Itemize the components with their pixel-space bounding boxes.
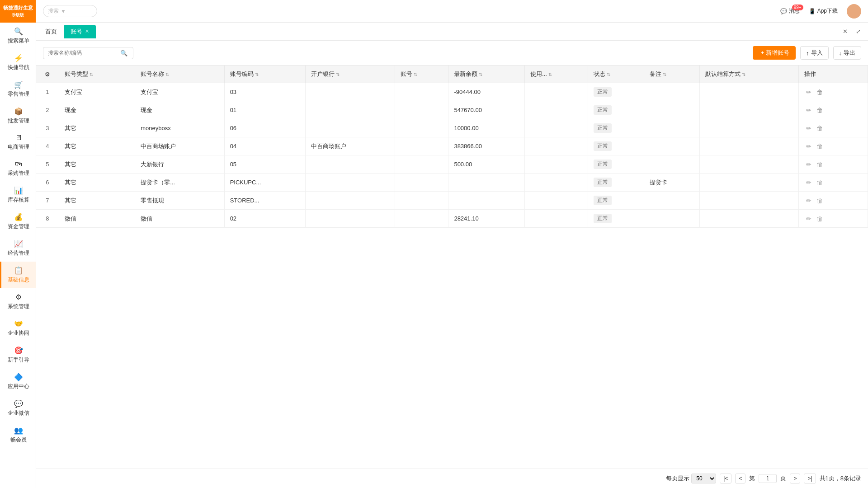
sidebar-item-10[interactable]: ⚙系统管理	[0, 288, 36, 315]
delete-button[interactable]: 🗑	[815, 88, 825, 97]
row-remark: 提货卡	[644, 174, 700, 192]
sidebar-item-12[interactable]: 🎯新手引导	[0, 342, 36, 368]
tab-expand-button[interactable]: ⤢	[853, 26, 863, 37]
col-balance[interactable]: 最新余额⇅	[448, 66, 525, 83]
sort-bank-icon: ⇅	[336, 72, 340, 77]
sidebar-item-8[interactable]: 📈经营管理	[0, 235, 36, 262]
page-label: 第	[749, 474, 755, 483]
col-status[interactable]: 状态⇅	[588, 66, 644, 83]
col-code[interactable]: 账号编码⇅	[224, 66, 305, 83]
row-use	[525, 83, 588, 101]
col-use[interactable]: 使用...⇅	[525, 66, 588, 83]
delete-button[interactable]: 🗑	[815, 142, 825, 151]
edit-button[interactable]: ✏	[804, 214, 813, 223]
col-name[interactable]: 账号名称⇅	[135, 66, 224, 83]
sidebar-label-4: 电商管理	[8, 144, 29, 150]
sidebar-item-9[interactable]: 📋基础信息	[0, 262, 36, 288]
col-bank[interactable]: 开户银行⇅	[306, 66, 395, 83]
row-bank	[306, 83, 395, 101]
sidebar-label-2: 零售管理	[8, 91, 29, 97]
table-row: 2 现金 现金 01 547670.00 正常 ✏ 🗑	[36, 101, 868, 119]
sidebar-item-6[interactable]: 📊库存核算	[0, 182, 36, 208]
col-gear[interactable]: ⚙	[36, 66, 59, 83]
message-button[interactable]: 💬 消息 99+	[780, 7, 800, 15]
status-badge: 正常	[594, 196, 612, 205]
tab-close-1[interactable]: ✕	[85, 28, 89, 34]
row-use	[525, 119, 588, 137]
tab-1[interactable]: 账号✕	[64, 25, 96, 38]
sidebar-item-2[interactable]: 🛒零售管理	[0, 76, 36, 103]
sidebar-item-1[interactable]: ⚡快捷导航	[0, 49, 36, 76]
tab-close-button[interactable]: ✕	[840, 26, 850, 37]
row-account	[395, 210, 448, 228]
sidebar-item-0[interactable]: 🔍搜索菜单	[0, 23, 36, 49]
edit-button[interactable]: ✏	[804, 124, 813, 133]
sidebar-item-11[interactable]: 🤝企业协同	[0, 315, 36, 342]
page-input[interactable]	[759, 474, 777, 483]
avatar[interactable]	[847, 4, 861, 19]
row-default-pay	[700, 119, 799, 137]
sidebar-item-4[interactable]: 🖥电商管理	[0, 129, 36, 155]
sidebar-icon-1: ⚡	[4, 54, 33, 62]
add-account-button[interactable]: + 新增账号	[753, 46, 796, 60]
row-bank	[306, 210, 395, 228]
sort-type-icon: ⇅	[90, 72, 93, 77]
delete-button[interactable]: 🗑	[815, 160, 825, 169]
delete-button[interactable]: 🗑	[815, 124, 825, 133]
page-next-button[interactable]: >	[790, 474, 800, 483]
delete-button[interactable]: 🗑	[815, 214, 825, 223]
edit-button[interactable]: ✏	[804, 160, 813, 169]
row-remark	[644, 137, 700, 155]
sort-name-icon: ⇅	[165, 72, 169, 77]
logo: 畅捷通好生意乐版版	[0, 0, 36, 23]
edit-button[interactable]: ✏	[804, 106, 813, 115]
app-download-label: App下载	[817, 7, 838, 15]
tab-0[interactable]: 首页	[38, 25, 64, 38]
edit-button[interactable]: ✏	[804, 88, 813, 97]
delete-button[interactable]: 🗑	[815, 106, 825, 115]
row-code: 04	[224, 137, 305, 155]
export-button[interactable]: ↓ 导出	[833, 46, 862, 60]
content-area: 🔍 + 新增账号 ↑ 导入 ↓ 导出	[36, 41, 868, 488]
row-name: 现金	[135, 101, 224, 119]
sidebar-item-13[interactable]: 🔷应用中心	[0, 368, 36, 395]
table-row: 1 支付宝 支付宝 03 -90444.00 正常 ✏ 🗑	[36, 83, 868, 101]
sidebar-item-15[interactable]: 👥畅会员	[0, 422, 36, 448]
page-prev-button[interactable]: <	[735, 474, 745, 483]
sort-use-icon: ⇅	[548, 72, 552, 77]
col-account[interactable]: 账号⇅	[395, 66, 448, 83]
edit-button[interactable]: ✏	[804, 142, 813, 151]
sidebar-item-5[interactable]: 🛍采购管理	[0, 155, 36, 182]
col-remark[interactable]: 备注⇅	[644, 66, 700, 83]
row-name: 微信	[135, 210, 224, 228]
row-account	[395, 83, 448, 101]
edit-button[interactable]: ✏	[804, 178, 813, 187]
delete-button[interactable]: 🗑	[815, 178, 825, 187]
sidebar-item-3[interactable]: 📦批发管理	[0, 103, 36, 129]
row-use	[525, 137, 588, 155]
sort-code-icon: ⇅	[255, 72, 259, 77]
row-bank	[306, 155, 395, 174]
sidebar-label-10: 系统管理	[8, 303, 29, 310]
search-input[interactable]	[48, 50, 120, 56]
sidebar-label-9: 基础信息	[8, 277, 29, 283]
search-wrap[interactable]: 🔍	[43, 47, 133, 59]
app-download-button[interactable]: 📱 App下载	[809, 7, 838, 15]
top-search[interactable]: 搜索 ▼	[43, 5, 97, 17]
edit-button[interactable]: ✏	[804, 196, 813, 205]
import-button[interactable]: ↑ 导入	[800, 46, 829, 60]
sidebar: 畅捷通好生意乐版版 🔍搜索菜单⚡快捷导航🛒零售管理📦批发管理🖥电商管理🛍采购管理…	[0, 0, 36, 488]
page-last-button[interactable]: >|	[804, 474, 816, 483]
delete-button[interactable]: 🗑	[815, 196, 825, 205]
page-first-button[interactable]: |<	[720, 474, 731, 483]
per-page-dropdown[interactable]: 50 100 200	[691, 474, 716, 483]
sidebar-item-14[interactable]: 💬企业微信	[0, 395, 36, 422]
row-status: 正常	[588, 137, 644, 155]
col-default-pay[interactable]: 默认结算方式⇅	[700, 66, 799, 83]
sidebar-item-7[interactable]: 💰资金管理	[0, 208, 36, 235]
sidebar-label-1: 快捷导航	[8, 64, 29, 70]
row-actions: ✏ 🗑	[798, 210, 868, 228]
toolbar: 🔍 + 新增账号 ↑ 导入 ↓ 导出	[36, 41, 868, 66]
col-type[interactable]: 账号类型⇅	[59, 66, 135, 83]
row-default-pay	[700, 137, 799, 155]
